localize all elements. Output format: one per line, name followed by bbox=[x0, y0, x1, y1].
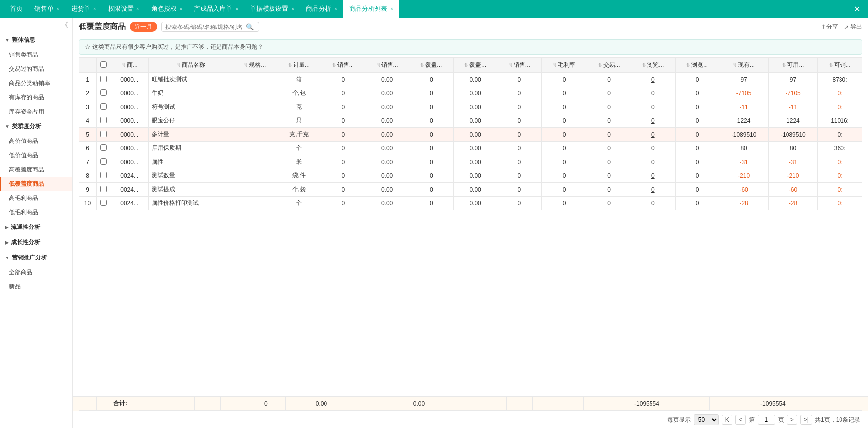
sidebar-item-high-coverage[interactable]: 高覆盖度商品 bbox=[0, 163, 72, 177]
row-checkbox[interactable] bbox=[100, 172, 107, 178]
nav-template-close[interactable]: × bbox=[291, 6, 294, 12]
cell-browse1[interactable]: 0 bbox=[631, 114, 675, 128]
sidebar-item-low-value[interactable]: 低价值商品 bbox=[0, 148, 72, 163]
th-spec[interactable]: ⇅规格... bbox=[233, 58, 277, 73]
cell-name[interactable]: 符号测试 bbox=[149, 100, 233, 114]
nav-template[interactable]: 单据模板设置 × bbox=[244, 0, 300, 18]
nav-roles-close[interactable]: × bbox=[180, 6, 183, 12]
cell-name[interactable]: 测试数量 bbox=[149, 169, 233, 183]
share-button[interactable]: ⤴ 分享 bbox=[822, 23, 838, 31]
cell-browse1[interactable]: 0 bbox=[631, 183, 675, 197]
sidebar-group-liquidity[interactable]: ▶ 流通性分析 bbox=[0, 220, 72, 235]
row-checkbox[interactable] bbox=[100, 89, 107, 96]
th-cov1[interactable]: ⇅覆盖... bbox=[409, 58, 453, 73]
row-checkbox[interactable] bbox=[100, 131, 107, 137]
cell-name[interactable]: 多计量 bbox=[149, 128, 233, 142]
th-current[interactable]: ⇅现有... bbox=[719, 58, 768, 73]
row-checkbox[interactable] bbox=[100, 186, 107, 192]
sidebar-item-traded-goods[interactable]: 交易过的商品 bbox=[0, 62, 72, 76]
nav-home[interactable]: 首页 bbox=[4, 0, 28, 18]
sidebar-group-growth[interactable]: ▶ 成长性分析 bbox=[0, 235, 72, 250]
nav-product-analysis-close[interactable]: × bbox=[334, 6, 337, 12]
th-sales-qty[interactable]: ⇅销售... bbox=[321, 58, 365, 73]
cell-name[interactable]: 启用保质期 bbox=[149, 142, 233, 155]
cell-spec bbox=[233, 128, 277, 142]
nav-purchase[interactable]: 进货单 × bbox=[65, 0, 102, 18]
window-close-button[interactable]: ✕ bbox=[850, 4, 864, 14]
sidebar-group-marketing[interactable]: ▼ 营销推广分析 bbox=[0, 250, 72, 265]
nav-roles[interactable]: 角色授权 × bbox=[145, 0, 189, 18]
th-sales-amt[interactable]: ⇅销售... bbox=[365, 58, 409, 73]
content-area: 低覆盖度商品 近一月 🔍 ⤴ 分享 ↗ 导出 ☆ 这类商品只有很少客户购买过，是… bbox=[73, 18, 868, 428]
th-code[interactable]: ⇅商... bbox=[110, 58, 149, 73]
page-next-btn[interactable]: > bbox=[787, 415, 797, 425]
sidebar-item-all-goods[interactable]: 全部商品 bbox=[0, 265, 72, 280]
cell-sales-amt: 0.00 bbox=[365, 155, 409, 169]
th-sellable[interactable]: ⇅可销... bbox=[818, 58, 862, 73]
cell-cov1: 0 bbox=[409, 73, 453, 86]
sidebar-collapse-btn[interactable]: 《 bbox=[0, 18, 72, 32]
cell-name[interactable]: 属性 bbox=[149, 155, 233, 169]
row-checkbox[interactable] bbox=[100, 76, 107, 82]
cell-browse1[interactable]: 0 bbox=[631, 86, 675, 100]
sidebar-item-low-coverage[interactable]: 低覆盖度商品 bbox=[0, 177, 72, 191]
th-browse2[interactable]: ⇅浏览... bbox=[675, 58, 719, 73]
sidebar-item-category-sales-rate[interactable]: 商品分类动销率 bbox=[0, 76, 72, 90]
th-available[interactable]: ⇅可用... bbox=[768, 58, 817, 73]
row-checkbox[interactable] bbox=[100, 144, 107, 151]
cell-browse1[interactable]: 0 bbox=[631, 100, 675, 114]
row-checkbox[interactable] bbox=[100, 103, 107, 110]
page-last-btn[interactable]: >| bbox=[800, 415, 812, 425]
nav-product-analysis[interactable]: 商品分析 × bbox=[300, 0, 343, 18]
sidebar-item-high-value[interactable]: 高价值商品 bbox=[0, 134, 72, 148]
cell-browse1[interactable]: 0 bbox=[631, 128, 675, 142]
sidebar-item-inventory-capital[interactable]: 库存资金占用 bbox=[0, 105, 72, 119]
th-gross[interactable]: ⇅毛利率 bbox=[542, 58, 587, 73]
page-prev-btn[interactable]: < bbox=[735, 415, 746, 425]
cell-browse1[interactable]: 0 bbox=[631, 73, 675, 86]
nav-sales[interactable]: 销售单 × bbox=[28, 0, 65, 18]
cell-current: -60 bbox=[719, 183, 768, 197]
nav-product-analysis-list-close[interactable]: × bbox=[390, 6, 393, 12]
sidebar-group-cluster[interactable]: ▼ 类群度分析 bbox=[0, 119, 72, 134]
sidebar-group-overall[interactable]: ▼ 整体信息 bbox=[0, 32, 72, 48]
cell-name[interactable]: 旺铺批次测试 bbox=[149, 73, 233, 86]
th-name[interactable]: ⇅商品名称 bbox=[149, 58, 233, 73]
export-button[interactable]: ↗ 导出 bbox=[844, 23, 862, 31]
row-checkbox[interactable] bbox=[100, 200, 107, 206]
cell-name[interactable]: 牛奶 bbox=[149, 86, 233, 100]
period-button[interactable]: 近一月 bbox=[130, 22, 157, 32]
nav-permissions-close[interactable]: × bbox=[136, 6, 139, 12]
sidebar-item-sales-goods[interactable]: 销售类商品 bbox=[0, 48, 72, 62]
search-input[interactable] bbox=[165, 24, 244, 30]
nav-purchase-close[interactable]: × bbox=[93, 6, 96, 12]
nav-product-analysis-list[interactable]: 商品分析列表 × bbox=[343, 0, 399, 18]
th-browse1[interactable]: ⇅浏览... bbox=[631, 58, 675, 73]
cell-browse1[interactable]: 0 bbox=[631, 169, 675, 183]
sidebar-item-high-margin[interactable]: 高毛利商品 bbox=[0, 191, 72, 205]
th-trade[interactable]: ⇅交易... bbox=[587, 58, 631, 73]
cell-browse1[interactable]: 0 bbox=[631, 155, 675, 169]
per-page-select[interactable]: 50 10 20 100 bbox=[694, 414, 719, 425]
nav-production-close[interactable]: × bbox=[235, 6, 238, 12]
nav-production[interactable]: 产成品入库单 × bbox=[188, 0, 244, 18]
row-checkbox[interactable] bbox=[100, 117, 107, 123]
sidebar-item-low-margin[interactable]: 低毛利商品 bbox=[0, 205, 72, 220]
cell-browse1[interactable]: 0 bbox=[631, 197, 675, 210]
row-checkbox[interactable] bbox=[100, 158, 107, 165]
nav-sales-close[interactable]: × bbox=[56, 6, 59, 12]
cell-name[interactable]: 测试提成 bbox=[149, 183, 233, 197]
cell-browse1[interactable]: 0 bbox=[631, 142, 675, 155]
page-number-input[interactable] bbox=[758, 415, 775, 425]
sidebar-item-in-stock-goods[interactable]: 有库存的商品 bbox=[0, 90, 72, 105]
sidebar-item-new-goods[interactable]: 新品 bbox=[0, 280, 72, 294]
th-sales3[interactable]: ⇅销售... bbox=[497, 58, 542, 73]
nav-permissions[interactable]: 权限设置 × bbox=[102, 0, 145, 18]
search-icon[interactable]: 🔍 bbox=[246, 23, 254, 30]
select-all-checkbox[interactable] bbox=[100, 61, 107, 68]
page-first-btn[interactable]: K bbox=[722, 415, 732, 425]
cell-name[interactable]: 属性价格打印测试 bbox=[149, 197, 233, 210]
th-cov2[interactable]: ⇅覆盖... bbox=[453, 58, 497, 73]
cell-name[interactable]: 眼宝公仔 bbox=[149, 114, 233, 128]
th-unit[interactable]: ⇅计量... bbox=[277, 58, 321, 73]
